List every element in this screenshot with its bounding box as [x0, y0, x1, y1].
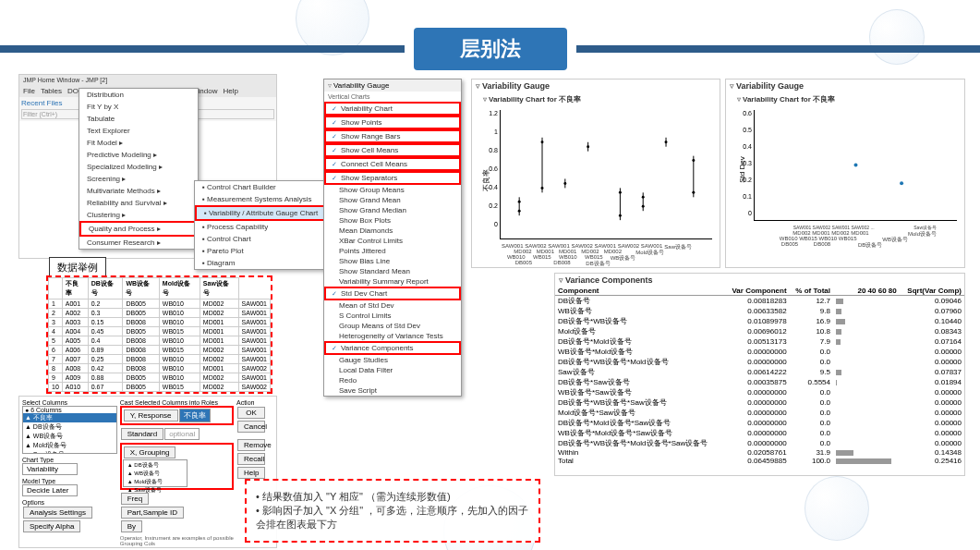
vg-menu-title: Variability Gauge — [333, 81, 389, 90]
svg-point-21 — [854, 164, 858, 167]
qp-item[interactable]: ▪ Variability / Attribute Gauge Chart — [195, 205, 332, 221]
part-sample-button[interactable]: Part,Sample ID — [121, 507, 184, 519]
analyze-item[interactable]: Distribution — [79, 89, 198, 101]
model-type-label: Model Type — [22, 478, 117, 484]
vg-option[interactable]: Redo — [324, 375, 461, 385]
select-columns-label: Select Columns — [22, 399, 117, 406]
qp-item[interactable]: ▪ Control Chart — [195, 233, 332, 245]
analyze-item[interactable]: Clustering ▸ — [79, 209, 198, 221]
vg-option[interactable]: ✓Variance Components — [324, 341, 461, 355]
vg-option[interactable]: Heterogeneity of Variance Tests — [324, 331, 461, 341]
recall-button[interactable]: Recall — [237, 453, 265, 465]
analysis-settings-button[interactable]: Analysis Settings — [23, 507, 92, 519]
page-title: 层别法 — [414, 28, 567, 70]
standard-value: optional — [164, 428, 200, 440]
qp-item[interactable]: ▪ Diagram — [195, 257, 332, 269]
x-grouping-values: ▲ DB设备号▲ WB设备号▲ Mold设备号▲ Saw设备号 — [123, 459, 188, 487]
menu-File[interactable]: File — [23, 87, 35, 95]
vg-option[interactable]: ✓Show Separators — [324, 171, 461, 185]
vg-option[interactable]: Save Script — [324, 385, 461, 396]
vg-option[interactable]: Mean of Std Dev — [324, 300, 461, 311]
vg-option[interactable]: Mean Diamonds — [324, 226, 461, 236]
qp-item[interactable]: ▪ Measurement Systems Analysis — [195, 193, 332, 205]
vg-option[interactable]: Group Means of Std Dev — [324, 321, 461, 331]
chart-type-select[interactable]: Variability — [22, 463, 78, 475]
operator-note: Operator, Instrument are examples of pos… — [120, 535, 234, 546]
vg-option[interactable]: ✓Variability Chart — [324, 102, 461, 116]
chart-svg — [501, 110, 712, 238]
specify-alpha-button[interactable]: Specify Alpha — [23, 520, 80, 532]
vg-option[interactable]: Show Box Plots — [324, 215, 461, 226]
quality-process-menu[interactable]: ▪ Control Chart Builder▪ Measurement Sys… — [194, 180, 333, 270]
vg-option[interactable]: Show Group Means — [324, 185, 461, 195]
y-response-button[interactable]: Y, Response — [124, 409, 178, 422]
variability-chart-1: ▿Variability Gauge ▿Variability Chart fo… — [471, 79, 720, 268]
vg-option[interactable]: Show Standard Mean — [324, 266, 461, 276]
remove-button[interactable]: Remove — [237, 439, 265, 451]
vg-option[interactable]: ✓Show Cell Means — [324, 143, 461, 157]
analyze-item[interactable]: Quality and Process ▸ — [79, 221, 198, 237]
qp-item[interactable]: ▪ Control Chart Builder — [195, 181, 332, 193]
vg-option[interactable]: ✓Show Points — [324, 116, 461, 129]
dialog-panel: Select Columns ● 6 Columns▲ 不良率▲ DB设备号▲ … — [18, 396, 277, 548]
by-button[interactable]: By — [121, 520, 142, 532]
analyze-item[interactable]: Fit Model ▸ — [79, 137, 198, 149]
vg-option[interactable]: Gauge Studies — [324, 355, 461, 365]
vg-option[interactable]: Points Jittered — [324, 246, 461, 256]
vg-option[interactable]: ✓Std Dev Chart — [324, 287, 461, 300]
analyze-item[interactable]: Text Explorer — [79, 125, 198, 137]
x-grouping-button[interactable]: X, Grouping — [124, 446, 176, 458]
vg-option[interactable]: Local Data Filter — [324, 365, 461, 375]
analyze-item[interactable]: Multivariate Methods ▸ — [79, 185, 198, 197]
options-label: Options — [22, 499, 117, 506]
vg-option[interactable]: Show Grand Mean — [324, 195, 461, 205]
window-title: JMP Home Window - JMP [2] — [19, 75, 276, 85]
analyze-item[interactable]: Predictive Modeling ▸ — [79, 149, 198, 161]
model-type-select[interactable]: Decide Later — [22, 484, 78, 496]
title-bar: 层别法 — [0, 28, 980, 70]
vg-option[interactable]: ✓Connect Cell Means — [324, 157, 461, 171]
vg-menu-sub: Vertical Charts — [324, 92, 461, 102]
vg-option[interactable]: ✓Show Range Bars — [324, 129, 461, 143]
vg-option[interactable]: Show Grand Median — [324, 205, 461, 215]
ok-button[interactable]: OK — [237, 407, 265, 419]
analyze-item[interactable]: Tabulate — [79, 113, 198, 125]
variability-gauge-menu[interactable]: ▿Variability Gauge Vertical Charts ✓Vari… — [323, 79, 462, 397]
analyze-item[interactable]: Specialized Modeling ▸ — [79, 161, 198, 173]
variability-chart-2: ▿Variability Gauge ▿Variability Chart fo… — [725, 79, 965, 268]
vg-option[interactable]: Show Bias Line — [324, 256, 461, 266]
analyze-menu[interactable]: DistributionFit Y by XTabulateText Explo… — [79, 88, 199, 250]
analyze-item[interactable]: Fit Y by X — [79, 101, 198, 113]
vg-option[interactable]: S Control Limits — [324, 311, 461, 321]
qp-item[interactable]: ▪ Process Capability — [195, 221, 332, 233]
chart-type-label: Chart Type — [22, 457, 117, 463]
action-label: Action — [236, 399, 273, 406]
freq-button[interactable]: Freq — [121, 493, 149, 505]
y-response-value: 不良率 — [179, 409, 211, 422]
analyze-item[interactable]: Screening ▸ — [79, 173, 198, 185]
analyze-item[interactable]: Consumer Research ▸ — [79, 237, 198, 249]
svg-point-22 — [900, 181, 903, 185]
instruction-notes: • 结果数值加入 "Y 相应" （需为连续形数值) • 影响因子加入 "X 分组… — [245, 479, 540, 543]
qp-item[interactable]: ▪ Pareto Plot — [195, 245, 332, 257]
menu-Tables[interactable]: Tables — [41, 87, 62, 95]
variance-components: ▿Variance Components ComponentVar Compon… — [554, 273, 965, 476]
help-button[interactable]: Help — [237, 467, 265, 479]
standard-button[interactable]: Standard — [121, 428, 163, 440]
analyze-item[interactable]: Reliability and Survival ▸ — [79, 197, 198, 209]
vg-option[interactable]: Variability Summary Report — [324, 276, 461, 287]
vg-option[interactable]: XBar Control Limits — [324, 236, 461, 246]
cast-title: Cast Selected Columns into Roles — [120, 399, 234, 406]
menu-Help[interactable]: Help — [223, 87, 237, 95]
data-table: 不良率DB设备号WB设备号Mold设备号Saw设备号1A0010.2DB005W… — [46, 275, 272, 394]
cancel-button[interactable]: Cancel — [237, 421, 265, 433]
column-list[interactable]: ● 6 Columns▲ 不良率▲ DB设备号▲ WB设备号▲ Mold设备号▲… — [22, 406, 117, 454]
